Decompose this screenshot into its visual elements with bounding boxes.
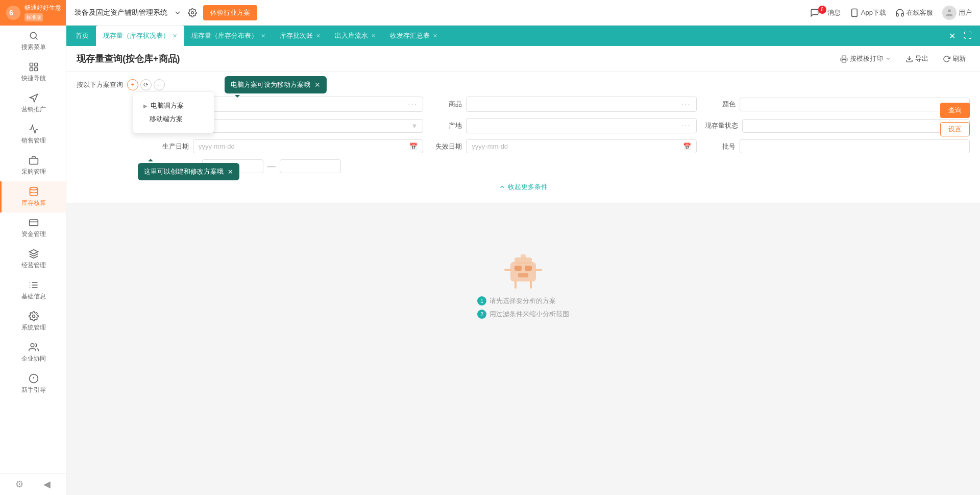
collapse-icon[interactable]: ◀	[43, 479, 51, 490]
sidebar-item-marketing[interactable]: 营销推广	[0, 88, 66, 119]
topbar-right: 6 消息 App下载 在线客服 用户	[810, 6, 972, 20]
scheme-item-mobile[interactable]: 移动端方案	[139, 112, 214, 126]
export-btn[interactable]: 导出	[901, 52, 933, 65]
tip-num-2: 2	[477, 310, 486, 319]
system-dropdown[interactable]	[174, 9, 182, 17]
tab-fullscreen-icon[interactable]: ⛶	[962, 30, 974, 41]
filter-field-stock-status: 现存量状态 ▼	[705, 119, 970, 133]
tab-recv-send[interactable]: 收发存汇总表 ✕	[383, 26, 445, 46]
app-download-label: App下载	[861, 8, 886, 17]
tab-stock-dist-label: 现存量（库存分布表）	[191, 31, 258, 40]
sidebar-item-purchase[interactable]: 采购管理	[0, 150, 66, 181]
settings-btn[interactable]: 设置	[940, 122, 970, 136]
sidebar-label-sales: 销售管理	[21, 136, 46, 145]
sidebar-label-inventory: 库存核算	[21, 199, 46, 207]
tab-stock-batch[interactable]: 库存批次账 ✕	[273, 26, 328, 46]
svg-point-2	[30, 32, 36, 38]
sidebar-item-guide[interactable]: 新手引导	[0, 368, 66, 399]
svg-point-0	[6, 6, 20, 20]
sidebar-label-search: 搜索菜单	[21, 43, 46, 52]
expire-date-input[interactable]: yyyy-mm-dd 📅	[466, 139, 696, 153]
svg-point-17	[30, 287, 31, 288]
tab-stock-dist[interactable]: 现存量（库存分布表） ✕	[184, 26, 273, 46]
tab-recv-send-close[interactable]: ✕	[433, 33, 437, 39]
warehouse-select[interactable]: ···	[193, 97, 423, 112]
produce-date-input[interactable]: yyyy-mm-dd 📅	[193, 139, 423, 153]
sidebar-item-search[interactable]: 搜索菜单	[0, 26, 66, 57]
empty-illustration	[500, 244, 546, 290]
svg-rect-10	[30, 220, 38, 226]
message-btn[interactable]: 6 消息	[810, 8, 841, 17]
color-select[interactable]: ▼	[740, 98, 970, 111]
edit-scheme-btn[interactable]: ⟳	[140, 79, 152, 90]
tooltip2-close[interactable]: ✕	[228, 168, 233, 176]
sidebar-item-enterprise[interactable]: 企业协同	[0, 337, 66, 368]
filter-field-batch-no: 批号	[705, 139, 970, 153]
tab-stock-batch-label: 库存批次账	[280, 31, 313, 40]
arrow-scheme-btn[interactable]: ←	[154, 79, 165, 90]
tab-in-out-flow[interactable]: 出入库流水 ✕	[328, 26, 383, 46]
sidebar-label-basic: 基础信息	[21, 292, 46, 301]
collapse-bar[interactable]: 收起更多条件	[77, 178, 970, 196]
refresh-label: 刷新	[952, 54, 966, 63]
svg-rect-31	[525, 266, 532, 271]
refresh-btn[interactable]: 刷新	[939, 52, 970, 65]
tab-stock-status-close[interactable]: ✕	[173, 33, 177, 39]
tooltip1-close[interactable]: ✕	[314, 81, 321, 89]
empty-tip-2: 2 用过滤条件来缩小分析范围	[477, 310, 569, 319]
goods-dots[interactable]: ···	[681, 100, 691, 109]
sidebar-item-inventory[interactable]: 库存核算	[0, 181, 66, 213]
search-btn[interactable]: 查询	[940, 103, 970, 118]
warehouse-dots[interactable]: ···	[408, 100, 418, 109]
online-service-btn[interactable]: 在线客服	[895, 8, 933, 17]
produce-date-calendar-icon[interactable]: 📅	[409, 143, 418, 150]
add-scheme-btn[interactable]: +	[127, 79, 138, 90]
app-download-btn[interactable]: App下载	[850, 8, 886, 17]
expire-date-calendar-icon[interactable]: 📅	[683, 143, 691, 150]
topbar-left: 装备及固定资产辅助管理系统 体验行业方案	[75, 5, 257, 20]
size-select[interactable]: ▼	[193, 119, 423, 133]
user-btn[interactable]: 用户	[942, 6, 972, 20]
tab-close-all-icon[interactable]: ✕	[947, 30, 958, 42]
svg-rect-6	[30, 68, 33, 71]
tab-stock-batch-close[interactable]: ✕	[316, 33, 321, 39]
svg-rect-5	[35, 63, 38, 66]
filter-section: 按以下方案查询 + ⟳ ← 电脑方案可设为移动方案哦 ✕ ▶ 电脑	[66, 72, 980, 203]
user-icon	[945, 8, 954, 17]
sidebar-item-sales[interactable]: 销售管理	[0, 119, 66, 150]
goods-label: 商品	[431, 100, 462, 109]
filter-field-color: 颜色 ▼	[705, 98, 970, 111]
sidebar-item-finance[interactable]: 资金管理	[0, 213, 66, 244]
empty-tip2-text: 用过滤条件来缩小分析范围	[489, 310, 569, 319]
sidebar-item-system[interactable]: 系统管理	[0, 306, 66, 337]
svg-rect-30	[514, 266, 522, 271]
svg-point-23	[191, 11, 194, 14]
svg-point-19	[31, 344, 34, 347]
batch-no-input[interactable]	[740, 139, 970, 153]
settings-icon[interactable]	[188, 8, 197, 17]
tab-in-out-flow-close[interactable]: ✕	[371, 33, 376, 39]
tab-stock-dist-close[interactable]: ✕	[261, 33, 265, 39]
stock-main-max-input[interactable]	[280, 159, 341, 173]
scheme-dropdown: ▶ 电脑调方案 移动端方案	[133, 91, 214, 133]
goods-select[interactable]: ···	[466, 97, 696, 112]
tab-home[interactable]: 首页	[68, 26, 96, 46]
message-badge: 6	[818, 6, 826, 14]
print-btn[interactable]: 按模板打印	[836, 52, 895, 65]
tab-stock-status[interactable]: 现存量（库存状况表） ✕	[96, 26, 184, 46]
page-header: 现存量查询(按仓库+商品) 按模板打印 导出 刷新	[66, 46, 980, 72]
sidebar-label-purchase: 采购管理	[21, 168, 46, 176]
sidebar-bottom: ⚙ ◀	[0, 473, 66, 495]
sidebar-item-operations[interactable]: 经营管理	[0, 244, 66, 275]
origin-select[interactable]: ···	[466, 118, 696, 133]
page-actions: 按模板打印 导出 刷新	[836, 52, 970, 65]
scheme-item-desktop[interactable]: ▶ 电脑调方案	[139, 99, 214, 112]
stock-status-select[interactable]: ▼	[742, 119, 970, 133]
settings-icon[interactable]: ⚙	[15, 479, 23, 490]
sidebar-item-basic[interactable]: 基础信息	[0, 275, 66, 306]
sidebar-item-quick-nav[interactable]: 快捷导航	[0, 57, 66, 88]
industry-btn[interactable]: 体验行业方案	[203, 5, 257, 20]
content-area: 现存量查询(按仓库+商品) 按模板打印 导出 刷新	[66, 46, 980, 495]
origin-dots[interactable]: ···	[681, 121, 691, 130]
svg-point-16	[30, 285, 31, 286]
